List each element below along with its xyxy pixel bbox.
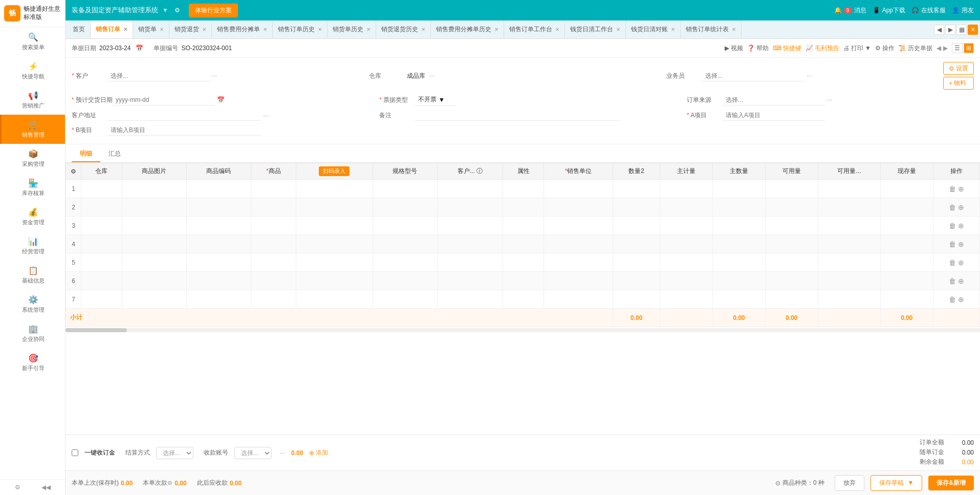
save-new-button[interactable]: 保存&新增 (928, 476, 974, 490)
row-2-image[interactable] (122, 198, 186, 217)
notification-bell[interactable]: 🔔 9 消息 (834, 6, 866, 15)
scrollbar-thumb[interactable] (66, 328, 127, 332)
settlement-select[interactable]: 选择... (156, 447, 193, 459)
row-4-available[interactable] (765, 235, 818, 253)
row-4-warehouse[interactable] (81, 235, 122, 253)
tab-reconciliation[interactable]: 钱货日清对账 ✕ (626, 20, 681, 39)
row-6-code[interactable] (186, 272, 251, 290)
row-4-customer-code[interactable] (437, 235, 503, 253)
tab-home[interactable]: 首页 (68, 20, 91, 39)
tab-daily-clear-workbench[interactable]: 钱货日清工作台 ✕ (565, 20, 626, 39)
row-1-warehouse[interactable] (81, 180, 122, 198)
row-3-attr[interactable] (503, 217, 544, 235)
tab-sales-invoice[interactable]: 销货单 ✕ (133, 20, 169, 39)
tab-next-btn[interactable]: ▶ (945, 25, 955, 35)
row-2-code[interactable] (186, 198, 251, 217)
calendar-small-icon[interactable]: 📅 (217, 96, 225, 103)
row-1-available2[interactable] (818, 180, 880, 198)
print-dropdown-icon[interactable]: ▼ (865, 45, 871, 52)
tab-menu-btn[interactable]: ▦ (956, 25, 967, 35)
row-7-copy-icon[interactable]: ⊕ (958, 295, 964, 304)
row-4-copy-icon[interactable]: ⊕ (958, 240, 964, 248)
row-5-main-unit[interactable] (660, 253, 713, 272)
customer-more-icon[interactable]: ··· (212, 72, 217, 79)
row-3-delete-icon[interactable]: 🗑 (949, 222, 956, 230)
row-4-main-unit[interactable] (660, 235, 713, 253)
account-more-icon[interactable]: ··· (280, 449, 285, 457)
row-5-code[interactable] (186, 253, 251, 272)
row-6-delete-icon[interactable]: 🗑 (949, 277, 956, 285)
preview-btn[interactable]: ▶ 视频 (725, 44, 743, 53)
remarks-input[interactable] (415, 110, 620, 121)
tab-return-history-close[interactable]: ✕ (421, 27, 425, 32)
sidebar-item-search[interactable]: 🔍 搜索菜单 (0, 27, 65, 56)
row-3-warehouse[interactable] (81, 217, 122, 235)
row-4-main-qty[interactable] (713, 235, 766, 253)
row-2-attr[interactable] (503, 198, 544, 217)
tab-sales-stats-close[interactable]: ✕ (732, 27, 736, 32)
row-3-stock[interactable] (880, 217, 933, 235)
calendar-icon[interactable]: 📅 (136, 45, 143, 52)
print-btn[interactable]: 🖨 打印 ▼ (843, 44, 871, 53)
save-draft-button[interactable]: 保存草稿 ▼ (870, 475, 922, 491)
row-5-stock[interactable] (880, 253, 933, 272)
row-3-copy-icon[interactable]: ⊕ (958, 222, 964, 230)
sidebar-item-baseinfo[interactable]: 📋 基础信息 (0, 261, 65, 290)
tab-sales-stats[interactable]: 销售订单统计表 ✕ (681, 20, 742, 39)
tab-close-all-btn[interactable]: ✕ (968, 25, 978, 35)
warehouse-more-icon[interactable]: ··· (429, 72, 434, 79)
tab-expense-history-close[interactable]: ✕ (494, 27, 498, 32)
row-1-main-qty[interactable] (713, 180, 766, 198)
row-4-qty2[interactable] (613, 235, 660, 253)
row-4-spec[interactable] (373, 235, 437, 253)
row-3-unit[interactable] (543, 217, 613, 235)
sidebar-item-quicknav[interactable]: ⚡ 快捷导航 (0, 56, 65, 85)
row-7-main-unit[interactable] (660, 290, 713, 309)
tab-sales-order-history-close[interactable]: ✕ (318, 27, 322, 32)
row-5-customer-code[interactable] (437, 253, 503, 272)
row-2-available2[interactable] (818, 198, 880, 217)
row-5-available[interactable] (765, 253, 818, 272)
page-next-icon[interactable]: ▶ (943, 45, 948, 52)
row-1-attr[interactable] (503, 180, 544, 198)
row-7-customer-code[interactable] (437, 290, 503, 309)
row-3-available2[interactable] (818, 217, 880, 235)
row-6-qty2[interactable] (613, 272, 660, 290)
row-1-product[interactable] (251, 180, 296, 198)
row-2-unit[interactable] (543, 198, 613, 217)
row-7-code[interactable] (186, 290, 251, 309)
row-2-copy-icon[interactable]: ⊕ (958, 203, 964, 211)
row-2-product[interactable] (251, 198, 296, 217)
delivery-date-input[interactable] (113, 95, 215, 105)
row-6-warehouse[interactable] (81, 272, 122, 290)
row-5-copy-icon[interactable]: ⊕ (958, 259, 964, 267)
row-6-product[interactable] (251, 272, 296, 290)
horizontal-scrollbar[interactable] (66, 328, 980, 332)
row-6-customer-code[interactable] (437, 272, 503, 290)
sidebar-item-inventory[interactable]: 🏪 库存核算 (0, 173, 65, 202)
sidebar-item-operations[interactable]: 📊 经营管理 (0, 231, 65, 261)
col-settings[interactable]: ⚙ (66, 163, 81, 180)
row-3-code[interactable] (186, 217, 251, 235)
tab-prev-btn[interactable]: ◀ (934, 25, 944, 35)
row-4-code[interactable] (186, 235, 251, 253)
account-select[interactable]: 选择... (234, 447, 272, 459)
scan-button[interactable]: 扫码录入 (319, 166, 350, 176)
row-6-main-unit[interactable] (660, 272, 713, 290)
row-7-main-qty[interactable] (713, 290, 766, 309)
tab-sales-return-close[interactable]: ✕ (202, 27, 206, 32)
row-7-stock[interactable] (880, 290, 933, 309)
topbar-settings-btn[interactable]: ⚙ (170, 3, 185, 17)
row-6-available2[interactable] (818, 272, 880, 290)
tab-sales-order[interactable]: 销售订单 ✕ (91, 20, 133, 39)
sidebar-item-purchase[interactable]: 📦 采购管理 (0, 144, 65, 173)
row-6-image[interactable] (122, 272, 186, 290)
sidebar-settings-icon[interactable]: ⚙ (15, 484, 20, 491)
row-5-spec[interactable] (373, 253, 437, 272)
row-1-code[interactable] (186, 180, 251, 198)
row-5-attr[interactable] (503, 253, 544, 272)
row-3-image[interactable] (122, 217, 186, 235)
row-7-qty2[interactable] (613, 290, 660, 309)
row-4-stock[interactable] (880, 235, 933, 253)
row-5-warehouse[interactable] (81, 253, 122, 272)
